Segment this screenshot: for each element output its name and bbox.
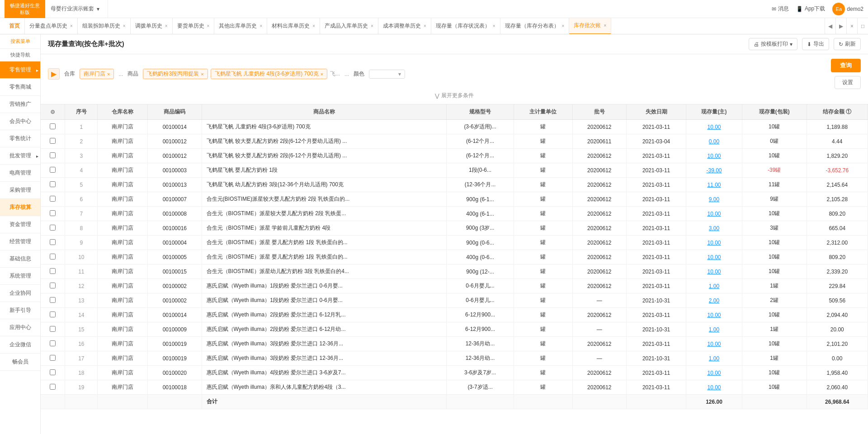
sidebar-item-purchase[interactable]: 采购管理: [0, 182, 40, 199]
row-stock-main[interactable]: 10.00: [686, 120, 742, 134]
row-stock-main[interactable]: 9.00: [686, 192, 742, 207]
warehouse-remove-btn[interactable]: ×: [107, 71, 110, 77]
close-icon[interactable]: ×: [165, 24, 168, 28]
row-stock-main[interactable]: 10.00: [686, 380, 742, 395]
row-checkbox[interactable]: [41, 322, 65, 337]
row-checkbox[interactable]: [41, 308, 65, 322]
warehouse-tag[interactable]: 南岸门店 ×: [80, 69, 114, 79]
tab-1[interactable]: 分量盘点单历史 ×: [25, 18, 78, 34]
close-icon[interactable]: ×: [259, 24, 262, 28]
row-checkbox[interactable]: [41, 293, 65, 308]
row-checkbox[interactable]: [41, 221, 65, 236]
close-icon[interactable]: ×: [604, 23, 606, 28]
close-icon[interactable]: ×: [424, 24, 426, 28]
sidebar-item-member[interactable]: 会员中心: [0, 113, 40, 130]
row-stock-main[interactable]: 1.00: [686, 322, 742, 337]
row-checkbox[interactable]: [41, 279, 65, 293]
row-checkbox[interactable]: [41, 149, 65, 163]
tab-11[interactable]: 库存批次账 ×: [569, 18, 611, 34]
prev-tab-btn[interactable]: ◀: [825, 18, 835, 34]
row-stock-main[interactable]: 10.00: [686, 207, 742, 221]
row-stock-main[interactable]: 3.00: [686, 221, 742, 236]
row-checkbox[interactable]: [41, 178, 65, 192]
row-checkbox[interactable]: [41, 337, 65, 351]
col-settings[interactable]: ⚙: [41, 104, 65, 120]
row-checkbox[interactable]: [41, 351, 65, 366]
row-stock-main[interactable]: 1.00: [686, 279, 742, 293]
product-remove-btn-0[interactable]: ×: [201, 71, 203, 77]
close-icon[interactable]: ×: [207, 24, 210, 28]
query-btn[interactable]: 查询: [831, 59, 861, 72]
sidebar-item-basic[interactable]: 基础信息: [0, 250, 40, 268]
expand-more-btn[interactable]: ⋁ 展开更多条件: [435, 92, 474, 99]
close-tab-btn[interactable]: ×: [846, 18, 857, 34]
row-checkbox[interactable]: [41, 120, 65, 134]
sidebar-item-marketing[interactable]: 营销推广: [0, 96, 40, 113]
refresh-btn[interactable]: ↻ 刷新: [834, 38, 861, 50]
row-checkbox[interactable]: [41, 250, 65, 264]
setting-btn[interactable]: 设置: [835, 76, 861, 89]
tab-6[interactable]: 材料出库单历史 ×: [267, 18, 320, 34]
next-tab-btn[interactable]: ▶: [835, 18, 846, 34]
row-stock-main[interactable]: 2.00: [686, 293, 742, 308]
tab-5[interactable]: 其他出库单历史 ×: [214, 18, 267, 34]
close-icon[interactable]: ×: [70, 24, 73, 28]
sidebar-item-guide[interactable]: 新手引导: [0, 302, 40, 319]
sidebar-item-wechat[interactable]: 企业微信: [0, 336, 40, 354]
close-icon[interactable]: ×: [371, 24, 373, 28]
tab-3[interactable]: 调拨单历史 ×: [131, 18, 173, 34]
template-print-btn[interactable]: 🖨 按模板打印 ▾: [749, 38, 797, 50]
maximize-tab-btn[interactable]: □: [857, 18, 868, 34]
product-remove-btn-1[interactable]: ×: [321, 71, 323, 77]
row-checkbox[interactable]: [41, 380, 65, 395]
row-stock-main[interactable]: 10.00: [686, 337, 742, 351]
row-stock-main[interactable]: 10.00: [686, 250, 742, 264]
export-btn[interactable]: ⬇ 导出: [802, 38, 829, 50]
tab-4[interactable]: 要货单历史 ×: [173, 18, 215, 34]
row-checkbox[interactable]: [41, 366, 65, 380]
sidebar-item-finance[interactable]: 资金管理: [0, 216, 40, 233]
tab-9[interactable]: 现存量（库存状况表）×: [431, 18, 500, 34]
row-stock-main[interactable]: -39.00: [686, 163, 742, 178]
tab-10[interactable]: 现存量（库存分布表）×: [500, 18, 570, 34]
tab-home[interactable]: 首页: [5, 18, 25, 34]
sidebar-item-vip[interactable]: 畅会员: [0, 354, 40, 371]
row-checkbox[interactable]: [41, 264, 65, 279]
warehouse-more[interactable]: ...: [118, 71, 123, 77]
sidebar-item-retail[interactable]: 零售管理▸: [0, 61, 40, 79]
tab-8[interactable]: 成本调整单历史 ×: [378, 18, 431, 34]
row-stock-main[interactable]: 0.00: [686, 134, 742, 149]
close-icon[interactable]: ×: [312, 24, 315, 28]
sidebar-item-wholesale[interactable]: 批发管理▸: [0, 147, 40, 165]
sidebar-item-retail-shop[interactable]: 零售商城: [0, 79, 40, 96]
close-icon[interactable]: ×: [562, 24, 565, 28]
tab-7[interactable]: 产成品入库单历史 ×: [320, 18, 378, 34]
sidebar-item-inventory[interactable]: 库存核算: [0, 199, 40, 216]
sidebar-item-app[interactable]: 应用中心: [0, 319, 40, 336]
row-checkbox[interactable]: [41, 236, 65, 250]
row-stock-main[interactable]: 10.00: [686, 236, 742, 250]
sidebar-item-collab[interactable]: 企业协同: [0, 285, 40, 302]
message-btn[interactable]: ✉ 消息: [772, 5, 789, 13]
row-stock-main[interactable]: 10.00: [686, 149, 742, 163]
row-checkbox[interactable]: [41, 163, 65, 178]
sidebar-item-retail-stats[interactable]: 零售统计: [0, 130, 40, 147]
product-more-dots[interactable]: ...: [344, 71, 349, 77]
user-btn[interactable]: Ea demo2: [832, 3, 863, 15]
download-btn[interactable]: 📱 App下载: [796, 5, 825, 13]
row-checkbox[interactable]: [41, 134, 65, 149]
product-tag-1[interactable]: 飞鹤星飞帆 儿童奶粉 4段(3-6岁适用) 700克 ×: [211, 69, 327, 79]
row-stock-main[interactable]: 10.00: [686, 264, 742, 279]
close-icon[interactable]: ×: [123, 24, 126, 28]
product-tag-0[interactable]: 飞鹤奶粉3段丙用提装 ×: [143, 69, 208, 79]
sidebar-item-ecommerce[interactable]: 电商管理: [0, 165, 40, 182]
product-more[interactable]: 飞...: [330, 70, 340, 78]
filter-toggle-btn[interactable]: ▶: [48, 68, 60, 80]
row-checkbox[interactable]: [41, 207, 65, 221]
sidebar-quick-nav[interactable]: 快捷导航: [0, 49, 40, 61]
sidebar-search[interactable]: 搜索菜单: [0, 34, 40, 49]
row-stock-main[interactable]: 10.00: [686, 366, 742, 380]
row-stock-main[interactable]: 1.00: [686, 351, 742, 366]
tab-2[interactable]: 组装拆卸单历史 ×: [78, 18, 131, 34]
sidebar-item-system[interactable]: 系统管理: [0, 268, 40, 285]
